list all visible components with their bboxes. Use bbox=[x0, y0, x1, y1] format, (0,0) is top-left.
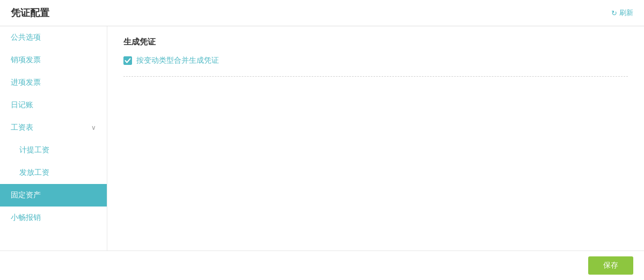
section-title: 生成凭证 bbox=[123, 37, 628, 47]
sidebar-item-calculate-salary[interactable]: 计提工资 bbox=[0, 139, 107, 161]
refresh-button[interactable]: ↻ 刷新 bbox=[611, 8, 633, 18]
refresh-label: 刷新 bbox=[619, 8, 633, 18]
sidebar-item-sales-invoice[interactable]: 销项发票 bbox=[0, 49, 107, 71]
page-title: 凭证配置 bbox=[11, 6, 49, 19]
sidebar-item-label: 工资表 bbox=[11, 123, 33, 132]
sidebar-item-purchase-invoice[interactable]: 进项发票 bbox=[0, 71, 107, 94]
sidebar-item-issue-salary[interactable]: 发放工资 bbox=[0, 161, 107, 184]
refresh-icon: ↻ bbox=[611, 9, 617, 17]
page-header: 凭证配置 ↻ 刷新 bbox=[0, 0, 644, 26]
checkmark-icon bbox=[125, 57, 131, 64]
chevron-down-icon: ∨ bbox=[91, 124, 96, 131]
section-body: 按变动类型合并生成凭证 bbox=[123, 56, 628, 77]
content-area: 公共选项销项发票进项发票日记账工资表∨计提工资发放工资固定资产小畅报销 生成凭证… bbox=[0, 26, 644, 250]
merge-checkbox[interactable] bbox=[123, 56, 132, 65]
sidebar-item-fixed-assets[interactable]: 固定资产 bbox=[0, 184, 107, 207]
sidebar-item-public[interactable]: 公共选项 bbox=[0, 26, 107, 49]
checkbox-label: 按变动类型合并生成凭证 bbox=[136, 56, 219, 65]
save-button[interactable]: 保存 bbox=[588, 256, 633, 275]
page-footer: 保存 bbox=[0, 250, 644, 280]
sidebar-item-payroll[interactable]: 工资表∨ bbox=[0, 116, 107, 139]
main-content: 生成凭证 按变动类型合并生成凭证 bbox=[107, 26, 644, 250]
checkbox-row[interactable]: 按变动类型合并生成凭证 bbox=[123, 56, 628, 65]
sidebar-item-journal[interactable]: 日记账 bbox=[0, 94, 107, 116]
sidebar: 公共选项销项发票进项发票日记账工资表∨计提工资发放工资固定资产小畅报销 bbox=[0, 26, 107, 250]
sidebar-item-expense-report[interactable]: 小畅报销 bbox=[0, 207, 107, 229]
